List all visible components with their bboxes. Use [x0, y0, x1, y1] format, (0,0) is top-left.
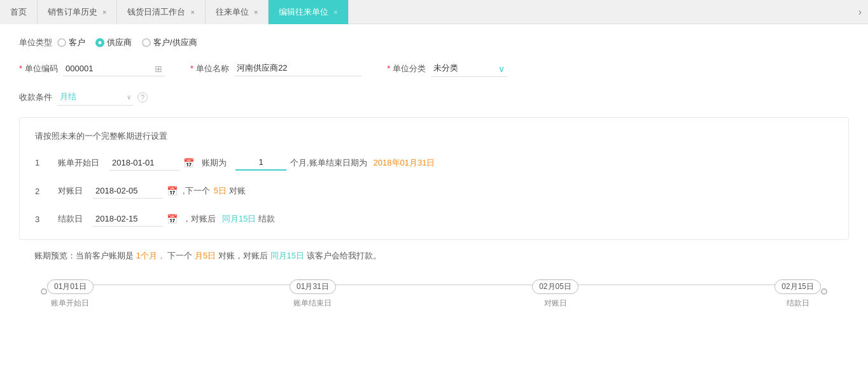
- help-icon[interactable]: ?: [137, 92, 148, 102]
- period-suffix-3: 结款: [258, 213, 275, 225]
- timeline-wrapper: 01月01日 账单开始日 01月31日 账单结束日 02月05日 对账日 02月…: [34, 274, 834, 309]
- calendar-icon-3[interactable]: 📅: [167, 214, 178, 224]
- preview-text: 账期预览：当前客户账期是 1个月， 下一个 月5日 对账，对账后 同月15日 该…: [34, 250, 834, 262]
- timeline-dot-end: [821, 288, 827, 295]
- unit-category-label: 单位分类: [393, 63, 426, 74]
- radio-circle-both: [142, 38, 151, 47]
- timeline-badge-4: 02月15日: [774, 279, 821, 294]
- period-highlight-3: 同月15日: [222, 213, 256, 225]
- period-label-3: 结款日: [58, 213, 83, 225]
- radio-both[interactable]: 客户/供应商: [142, 37, 197, 48]
- radio-supplier[interactable]: 供应商: [95, 37, 132, 48]
- radio-supplier-label: 供应商: [107, 37, 132, 48]
- unit-name-input[interactable]: [234, 61, 361, 76]
- period-connector-1: 账期为: [202, 157, 227, 169]
- radio-group: 客户 供应商 客户/供应商: [57, 37, 197, 48]
- period-date-input-1[interactable]: [109, 155, 179, 171]
- copy-icon[interactable]: ⊞: [155, 64, 162, 74]
- unit-category-wrapper[interactable]: 未分类 ∨: [431, 60, 507, 77]
- tab-edit-partner-label: 编辑往来单位: [279, 6, 328, 18]
- tab-cash-work[interactable]: 钱货日清工作台 ×: [117, 0, 205, 24]
- timeline-badge-3: 02月05日: [532, 279, 578, 294]
- payment-terms-label: 收款条件: [19, 92, 52, 103]
- tab-partner-unit-label: 往来单位: [216, 6, 249, 18]
- period-date-2-wrapper: [93, 183, 163, 199]
- unit-name-input-wrapper: [234, 61, 361, 76]
- preview-highlight3: 同月15日: [270, 251, 304, 260]
- timeline-label-2: 账单结束日: [293, 298, 332, 309]
- timeline-points: 01月01日 账单开始日 01月31日 账单结束日 02月05日 对账日 02月…: [47, 274, 821, 309]
- unit-type-label: 单位类型: [19, 37, 52, 48]
- required-star-category: *: [387, 64, 390, 73]
- close-icon[interactable]: ×: [190, 8, 194, 16]
- timeline-point-3: 02月05日 对账日: [532, 279, 578, 309]
- tab-bar: 首页 销售订单历史 × 钱货日清工作台 × 往来单位 × 编辑往来单位 × ›: [0, 0, 868, 24]
- period-months-input[interactable]: [235, 155, 286, 171]
- period-row-1: 1 账单开始日 📅 账期为 个月,账单结束日期为 2018年01月31日: [35, 155, 833, 171]
- timeline-label-3: 对账日: [544, 298, 567, 309]
- tab-sales-order-history[interactable]: 销售订单历史 ×: [38, 0, 117, 24]
- preview-highlight2: 月5日: [195, 251, 216, 260]
- unit-info-row: * 单位编码 ⊞ * 单位名称 * 单位分类 未分类 ∨: [19, 60, 849, 77]
- unit-code-group: * 单位编码 ⊞: [19, 61, 165, 76]
- period-date-1-wrapper: [109, 155, 179, 171]
- period-suffix-2: 对账: [229, 185, 246, 197]
- period-num-3: 3: [35, 215, 48, 224]
- period-date-input-2[interactable]: [93, 183, 163, 199]
- timeline-badge-1: 01月01日: [47, 279, 94, 294]
- radio-both-label: 客户/供应商: [153, 37, 197, 48]
- tab-edit-partner[interactable]: 编辑往来单位 ×: [269, 0, 348, 24]
- tab-more-button[interactable]: ›: [852, 6, 868, 18]
- preview-suffix: 该客户会给我打款。: [307, 251, 381, 260]
- radio-customer-label: 客户: [69, 37, 85, 48]
- calendar-icon-2[interactable]: 📅: [167, 186, 178, 196]
- tab-home[interactable]: 首页: [0, 0, 38, 24]
- calendar-icon-1[interactable]: 📅: [183, 158, 194, 168]
- main-content: 单位类型 客户 供应商 客户/供应商 * 单位编码 ⊞: [0, 24, 868, 387]
- period-highlight-1: 2018年01月31日: [374, 157, 435, 169]
- tab-partner-unit[interactable]: 往来单位 ×: [206, 0, 269, 24]
- period-label-1: 账单开始日: [58, 157, 99, 169]
- period-highlight-2: 5日: [214, 185, 227, 197]
- unit-name-label: 单位名称: [196, 63, 229, 74]
- payment-terms-select-wrapper[interactable]: 月结 ∨: [57, 88, 134, 106]
- close-icon[interactable]: ×: [333, 8, 337, 16]
- preview-middle2: 对账，对账后: [218, 251, 268, 260]
- period-label-2: 对账日: [58, 185, 83, 197]
- close-icon[interactable]: ×: [254, 8, 258, 16]
- tab-sales-order-history-label: 销售订单历史: [48, 6, 97, 18]
- required-star-name: *: [190, 64, 193, 73]
- preview-middle: 下一个: [167, 251, 192, 260]
- timeline-dot-start: [41, 288, 47, 295]
- preview-prefix: 账期预览：当前客户账期是: [34, 251, 134, 260]
- period-connector-3: ，对账后: [183, 213, 216, 225]
- category-chevron-icon: ∨: [498, 64, 505, 74]
- unit-type-row: 单位类型 客户 供应商 客户/供应商: [19, 37, 849, 48]
- radio-customer[interactable]: 客户: [57, 37, 85, 48]
- period-connector-2: ,下一个: [183, 185, 210, 197]
- payment-terms-value: 月结: [57, 88, 134, 106]
- unit-code-input[interactable]: [63, 61, 165, 76]
- timeline-badge-2: 01月31日: [290, 279, 336, 294]
- unit-category-group: * 单位分类 未分类 ∨: [387, 60, 507, 77]
- period-date-input-3[interactable]: [93, 211, 163, 227]
- period-row-3: 3 结款日 📅 ，对账后 同月15日 结款: [35, 211, 833, 227]
- timeline-label-4: 结款日: [787, 298, 809, 309]
- unit-name-group: * 单位名称: [190, 61, 361, 76]
- period-date-3-wrapper: [93, 211, 163, 227]
- period-box-title: 请按照未来的一个完整帐期进行设置: [35, 130, 833, 142]
- tab-home-label: 首页: [10, 6, 27, 18]
- period-num-1: 1: [35, 158, 48, 167]
- payment-terms-chevron-icon: ∨: [127, 94, 131, 101]
- period-suffix-1: 个月,账单结束日期为: [290, 157, 367, 169]
- close-icon[interactable]: ×: [102, 8, 106, 16]
- timeline-label-1: 账单开始日: [51, 298, 89, 309]
- unit-code-input-wrapper: ⊞: [63, 61, 165, 76]
- preview-section: 账期预览：当前客户账期是 1个月， 下一个 月5日 对账，对账后 同月15日 该…: [19, 240, 849, 319]
- unit-code-label: 单位编码: [25, 63, 58, 74]
- timeline-track: 01月01日 账单开始日 01月31日 账单结束日 02月05日 对账日 02月…: [47, 274, 821, 309]
- payment-terms-row: 收款条件 月结 ∨ ?: [19, 88, 849, 106]
- radio-circle-customer: [57, 38, 66, 47]
- timeline-point-1: 01月01日 账单开始日: [47, 279, 94, 309]
- period-box: 请按照未来的一个完整帐期进行设置 1 账单开始日 📅 账期为 个月,账单结束日期…: [19, 117, 849, 240]
